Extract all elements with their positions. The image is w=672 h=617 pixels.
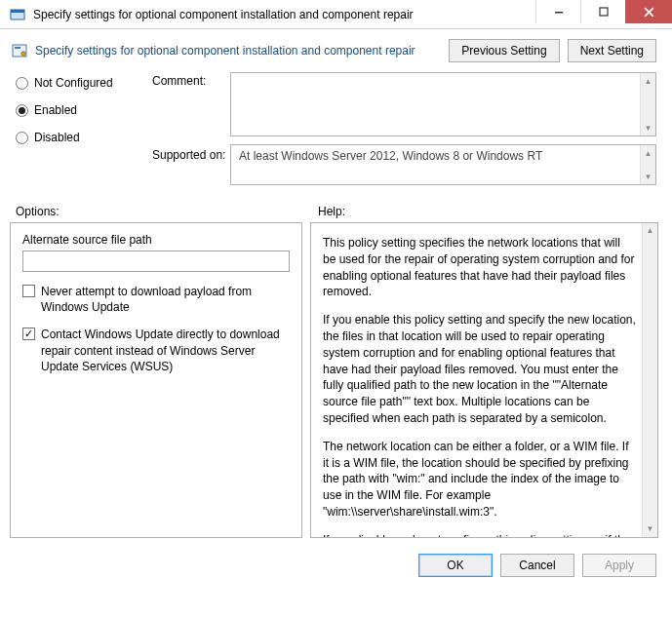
checkbox-label: Never attempt to download payload from W… — [41, 284, 290, 315]
checkbox-never-download[interactable]: Never attempt to download payload from W… — [22, 284, 290, 315]
checkbox-contact-wu[interactable]: Contact Windows Update directly to downl… — [22, 327, 290, 374]
window-controls — [535, 0, 672, 28]
radio-label: Enabled — [34, 103, 77, 117]
svg-rect-5 — [15, 47, 20, 49]
scroll-up-icon: ▲ — [643, 223, 657, 239]
close-button[interactable] — [625, 0, 672, 23]
options-label: Options: — [16, 205, 306, 218]
scrollbar[interactable]: ▲ ▼ — [640, 73, 655, 135]
dialog-button-bar: OK Cancel Apply — [0, 546, 672, 587]
radio-disabled[interactable]: Disabled — [16, 131, 152, 144]
radio-icon — [16, 77, 28, 90]
checkbox-icon — [22, 328, 35, 340]
help-paragraph: If you disable or do not configure this … — [323, 532, 636, 538]
app-icon — [10, 7, 25, 22]
supported-on-value: At least Windows Server 2012, Windows 8 … — [239, 149, 542, 163]
radio-icon — [16, 104, 28, 117]
ok-button[interactable]: OK — [418, 554, 493, 577]
window-title: Specify settings for optional component … — [33, 8, 535, 21]
next-setting-button[interactable]: Next Setting — [568, 39, 656, 62]
maximize-button[interactable] — [580, 0, 625, 23]
radio-enabled[interactable]: Enabled — [16, 103, 152, 117]
options-panel: Alternate source file path Never attempt… — [10, 222, 302, 538]
checkbox-icon — [22, 285, 35, 297]
radio-label: Not Configured — [34, 76, 113, 90]
scrollbar[interactable]: ▲ ▼ — [642, 223, 657, 537]
svg-rect-3 — [600, 8, 608, 16]
header-strip: Specify settings for optional component … — [0, 29, 672, 72]
help-paragraph: This policy setting specifies the networ… — [323, 235, 636, 300]
scroll-up-icon: ▲ — [641, 145, 655, 161]
supported-on-text: At least Windows Server 2012, Windows 8 … — [230, 144, 656, 185]
radio-not-configured[interactable]: Not Configured — [16, 76, 152, 90]
svg-point-6 — [21, 52, 25, 56]
alternate-source-label: Alternate source file path — [22, 233, 290, 247]
checkbox-label: Contact Windows Update directly to downl… — [41, 327, 290, 374]
header-description: Specify settings for optional component … — [35, 44, 441, 58]
scrollbar[interactable]: ▲ ▼ — [640, 145, 655, 184]
help-paragraph: If you enable this policy setting and sp… — [323, 312, 636, 427]
radio-label: Disabled — [34, 131, 80, 144]
help-label: Help: — [318, 205, 656, 218]
alternate-source-input[interactable] — [22, 251, 290, 272]
supported-on-label: Supported on: — [152, 144, 230, 162]
config-area: Not Configured Enabled Disabled Comment:… — [0, 72, 672, 201]
help-paragraph: The network location can be either a fol… — [323, 439, 636, 521]
panel-labels: Options: Help: — [0, 201, 672, 222]
policy-icon — [12, 43, 27, 58]
scroll-up-icon: ▲ — [641, 73, 655, 89]
scroll-down-icon: ▼ — [643, 521, 657, 537]
panels: Alternate source file path Never attempt… — [0, 222, 672, 546]
svg-rect-1 — [11, 10, 24, 13]
title-bar: Specify settings for optional component … — [0, 0, 672, 29]
radio-icon — [16, 132, 28, 144]
scroll-down-icon: ▼ — [641, 120, 655, 135]
help-panel: This policy setting specifies the networ… — [310, 222, 658, 538]
minimize-button[interactable] — [535, 0, 580, 23]
state-radio-group: Not Configured Enabled Disabled — [16, 72, 152, 144]
apply-button[interactable]: Apply — [582, 554, 656, 577]
comment-textarea[interactable]: ▲ ▼ — [230, 72, 656, 136]
scroll-down-icon: ▼ — [641, 169, 655, 184]
comment-label: Comment: — [152, 72, 230, 88]
cancel-button[interactable]: Cancel — [500, 554, 574, 577]
svg-rect-2 — [555, 12, 563, 14]
previous-setting-button[interactable]: Previous Setting — [449, 39, 559, 62]
